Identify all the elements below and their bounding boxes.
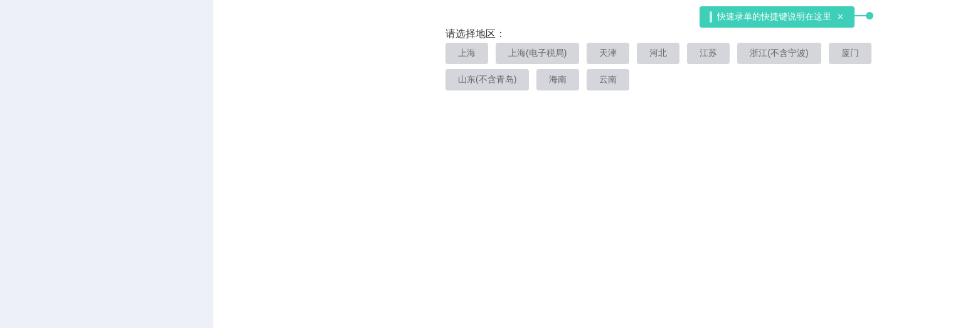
tooltip-close-button[interactable]: × [836,12,844,22]
region-btn-jiangsu[interactable]: 江苏 [687,43,730,64]
region-row2: 山东(不含青岛) 海南 云南 [445,69,629,90]
region-btn-tianjin[interactable]: 天津 [587,43,629,64]
region-row1: 上海 上海(电子税局) 天津 河北 江苏 浙江(不含宁波) 厦门 [445,43,871,64]
tooltip-banner: 快速录单的快捷键说明在这里 × [700,6,855,28]
region-btn-zhejiang[interactable]: 浙江(不含宁波) [737,43,821,64]
main-content: 请选择地区： 上海 上海(电子税局) 天津 河北 江苏 浙江(不含宁波) 厦门 … [213,0,980,328]
region-btn-xiamen[interactable]: 厦门 [829,43,871,64]
tooltip-bar [710,11,712,23]
region-btn-shandong[interactable]: 山东(不含青岛) [445,69,529,90]
region-btn-hebei[interactable]: 河北 [637,43,679,64]
page-label: 请选择地区： [445,28,506,41]
region-btn-hainan[interactable]: 海南 [536,69,579,90]
region-btn-yunnan[interactable]: 云南 [587,69,629,90]
tooltip-dot-indicator [866,12,873,19]
region-btn-shanghai-etax[interactable]: 上海(电子税局) [496,43,579,64]
region-btn-shanghai[interactable]: 上海 [445,43,488,64]
left-sidebar [0,0,213,328]
tooltip-text: 快速录单的快捷键说明在这里 [717,11,831,23]
